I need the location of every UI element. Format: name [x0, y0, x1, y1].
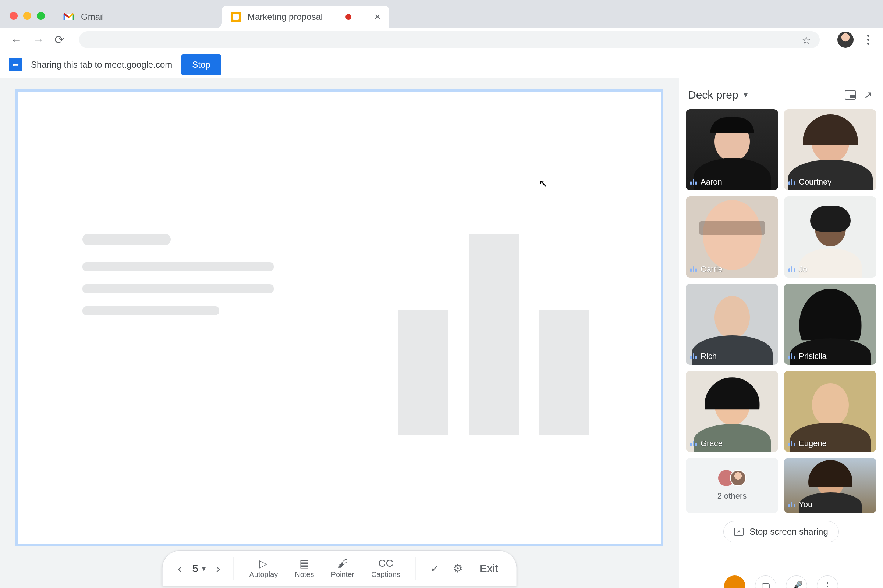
chevron-down-icon: ▾ [202, 564, 206, 573]
chart-bar [398, 310, 448, 435]
captions-button[interactable]: CC Captions [367, 558, 405, 579]
tab-title: Gmail [81, 12, 104, 22]
participant-tile[interactable]: Eugene [784, 370, 876, 452]
browser-tab-strip: Gmail Marketing proposal × [0, 0, 883, 28]
audio-indicator-icon [690, 441, 697, 446]
meet-primary-button[interactable] [724, 576, 745, 588]
stop-sharing-button[interactable]: Stop [181, 54, 221, 75]
browser-toolbar: ← → ⟳ ☆ [0, 28, 883, 51]
participant-tile[interactable]: Courtney [784, 109, 876, 190]
participant-tile[interactable]: Grace [686, 370, 778, 452]
next-slide-button[interactable]: › [214, 561, 222, 576]
play-icon: ▷ [259, 558, 267, 569]
mic-toggle-button[interactable]: 🎤 [786, 576, 807, 588]
browser-menu-button[interactable] [864, 34, 873, 45]
window-controls [10, 12, 45, 20]
sharing-status-text: Sharing this tab to meet.google.com [31, 60, 172, 70]
picture-in-picture-button[interactable] [844, 89, 856, 100]
participant-tile[interactable]: Aaron [686, 109, 778, 190]
audio-indicator-icon [690, 179, 697, 185]
participant-tile[interactable]: Carrie [686, 196, 778, 278]
pointer-icon: 🖌 [337, 558, 348, 569]
nav-back-button[interactable]: ← [10, 34, 22, 46]
nav-forward-button[interactable]: → [32, 34, 44, 46]
participant-name: Prisiclla [799, 351, 827, 361]
audio-indicator-icon [788, 502, 795, 507]
more-options-button[interactable]: ⋮ [817, 576, 838, 588]
chart-bar [539, 310, 589, 435]
placeholder-line [83, 306, 219, 315]
captions-icon: CC [378, 558, 393, 569]
slides-icon [231, 12, 241, 22]
presenter-toolbar: ‹ 5 ▾ › ▷ Autoplay ▤ Notes 🖌 Pointer CC … [162, 550, 517, 586]
tab-close-button[interactable]: × [374, 11, 380, 23]
window-zoom-button[interactable] [37, 12, 45, 20]
slide-selection-border: ↖ [15, 89, 663, 546]
overflow-count-label: 2 others [718, 491, 747, 501]
speaker-notes-button[interactable]: ▤ Notes [290, 558, 318, 579]
participant-tile[interactable]: Jo [784, 196, 876, 278]
window-close-button[interactable] [10, 12, 18, 20]
browser-tab-slides[interactable]: Marketing proposal × [222, 6, 389, 28]
meet-side-panel: Deck prep ▾ ↗ Aaron Courtney Carrie [679, 78, 883, 588]
participant-name: Aaron [701, 177, 722, 187]
placeholder-line [83, 262, 274, 271]
window-minimize-button[interactable] [23, 12, 31, 20]
audio-indicator-icon [788, 179, 795, 185]
autoplay-button[interactable]: ▷ Autoplay [245, 558, 282, 579]
chart-bar [469, 234, 519, 435]
audio-indicator-icon [788, 266, 795, 272]
mouse-cursor-icon: ↖ [539, 177, 548, 190]
prev-slide-button[interactable]: ‹ [176, 561, 184, 576]
participant-tile[interactable]: Rich [686, 284, 778, 365]
participant-name: You [799, 500, 812, 509]
presentation-area: ↖ ‹ 5 ▾ › ▷ Autoplay ▤ Notes 🖌 Pointer [0, 78, 679, 588]
chevron-down-icon[interactable]: ▾ [743, 90, 748, 100]
participant-name: Carrie [701, 264, 722, 274]
tab-title: Marketing proposal [248, 12, 323, 22]
placeholder-line [83, 284, 274, 293]
participant-name: Grace [701, 439, 722, 448]
tab-sharing-bar: ➦ Sharing this tab to meet.google.com St… [0, 51, 883, 78]
audio-indicator-icon [788, 353, 795, 359]
self-view-tile[interactable]: You [784, 458, 876, 513]
stop-screen-sharing-button[interactable]: Stop screen sharing [723, 521, 838, 542]
participant-name: Jo [799, 264, 807, 274]
settings-button[interactable]: ⚙ [449, 562, 467, 575]
placeholder-title [83, 234, 171, 245]
nav-reload-button[interactable]: ⟳ [54, 34, 65, 46]
camera-toggle-button[interactable]: ▢ [755, 576, 776, 588]
screen-share-icon: ➦ [9, 58, 22, 71]
participant-name: Eugene [799, 439, 827, 448]
participant-name: Courtney [799, 177, 832, 187]
meet-controls-bar: ▢ 🎤 ⋮ [679, 566, 883, 588]
notes-icon: ▤ [299, 558, 309, 569]
slide-number: 5 [192, 562, 198, 575]
participant-name: Rich [701, 351, 717, 361]
profile-avatar[interactable] [837, 32, 854, 48]
browser-tab-gmail[interactable]: Gmail [54, 6, 222, 28]
stop-presenting-icon [734, 528, 743, 536]
gmail-icon [63, 12, 74, 21]
meeting-title[interactable]: Deck prep [688, 88, 739, 101]
address-bar[interactable]: ☆ [79, 31, 820, 48]
tab-recording-indicator [345, 14, 351, 20]
audio-indicator-icon [690, 353, 697, 359]
overflow-avatars [718, 470, 746, 486]
pop-out-button[interactable]: ↗ [862, 89, 874, 100]
slide-number-selector[interactable]: 5 ▾ [192, 562, 206, 575]
slide-canvas[interactable]: ↖ [24, 98, 655, 538]
audio-indicator-icon [788, 441, 795, 446]
svg-rect-1 [850, 94, 854, 98]
audio-indicator-icon [690, 266, 697, 272]
participant-tile[interactable]: Prisiclla [784, 284, 876, 365]
exit-presentation-button[interactable]: Exit [475, 562, 503, 575]
participant-grid: Aaron Courtney Carrie Jo Rich Prisiclla [686, 109, 876, 513]
exit-fullscreen-button[interactable]: ⤢ [427, 562, 441, 574]
pointer-button[interactable]: 🖌 Pointer [327, 558, 359, 579]
overflow-participants-tile[interactable]: 2 others [686, 458, 778, 513]
bookmark-star-icon[interactable]: ☆ [802, 34, 811, 46]
